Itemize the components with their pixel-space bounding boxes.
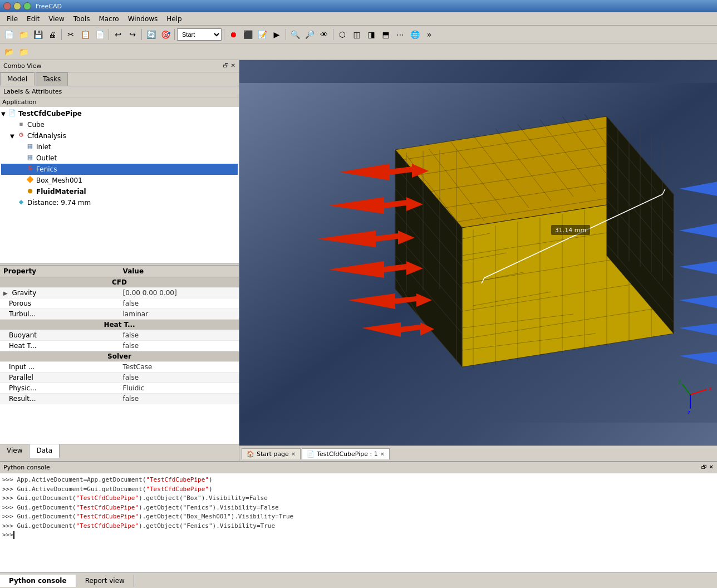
material-icon: ●	[26, 187, 35, 196]
labels-bar: Labels & Attributes	[0, 86, 239, 97]
record-button[interactable]: ⏺	[227, 28, 240, 41]
view-right-button[interactable]: ◨	[365, 28, 378, 41]
viewport-3d[interactable]: 31.14 mm x y z	[239, 60, 717, 445]
cfd-tab-close[interactable]: ✕	[380, 451, 385, 457]
tree-item-cube[interactable]: ▪ Cube	[1, 119, 238, 130]
prop-group-label-solver: Solver	[0, 351, 239, 362]
prop-val-heat[interactable]: false	[120, 341, 239, 351]
menu-file[interactable]: File	[2, 14, 22, 24]
restore-icon[interactable]: 🗗	[223, 62, 229, 70]
string-2: "TestCfdCubePipe"	[146, 486, 209, 493]
prop-val-gravity[interactable]: [0.00 0.00 0.00]	[120, 288, 239, 298]
tree-label-mesh: Box_Mesh001	[36, 177, 82, 184]
menu-help[interactable]: Help	[162, 14, 186, 24]
paste-button[interactable]: 📄	[93, 28, 106, 41]
target-button[interactable]: 🎯	[159, 28, 172, 41]
open-button[interactable]: 📁	[17, 28, 30, 41]
model-tab[interactable]: Model	[0, 72, 35, 86]
prop-val-physics[interactable]: Fluidic	[120, 383, 239, 394]
prop-val-parallel[interactable]: false	[120, 373, 239, 383]
tree-item-cfdanalysis[interactable]: ▼ ⚙ CfdAnalysis	[1, 130, 238, 141]
folder-open-button[interactable]: 📂	[2, 45, 16, 58]
zoom-in-button[interactable]: 🔎	[303, 28, 316, 41]
tree-item-material[interactable]: ● FluidMaterial	[1, 186, 238, 197]
menu-windows[interactable]: Windows	[124, 14, 163, 24]
copy-button[interactable]: 📋	[78, 28, 92, 41]
print-button[interactable]: 🖨	[46, 28, 59, 41]
undo-button[interactable]: ↩	[111, 28, 125, 41]
bottom-tab-report[interactable]: Report view	[76, 575, 134, 587]
refresh-button[interactable]: 🔄	[144, 28, 158, 41]
menu-view[interactable]: View	[44, 14, 68, 24]
start-tab-label: Start page	[257, 450, 289, 458]
macro-edit-button[interactable]: 📝	[256, 28, 269, 41]
prompt-3: >>>	[2, 494, 17, 502]
minimize-button[interactable]	[13, 2, 21, 10]
tree-item-inlet[interactable]: ▦ Inlet	[1, 141, 238, 153]
right-section: 31.14 mm x y z 🏠 Start page	[239, 60, 717, 461]
tree-item-outlet[interactable]: ▦ Outlet	[1, 153, 238, 164]
view-options-button[interactable]: 👁	[317, 28, 331, 41]
prop-val-turbulence[interactable]: laminar	[120, 309, 239, 320]
tree-item-distance[interactable]: ◆ Distance: 9.74 mm	[1, 197, 238, 208]
redo-button[interactable]: ↪	[126, 28, 139, 41]
view-front-button[interactable]: ◫	[350, 28, 364, 41]
svg-text:x: x	[709, 385, 712, 391]
view-home-button[interactable]: ⬡	[336, 28, 349, 41]
console-body[interactable]: >>> App.ActiveDocument=App.getDocument("…	[0, 473, 717, 572]
menu-edit[interactable]: Edit	[22, 14, 44, 24]
tree-item-root[interactable]: ▼ 📄 TestCfdCubePipe	[1, 108, 238, 119]
tree-item-mesh[interactable]: 🔶 Box_Mesh001	[1, 175, 238, 186]
close-button[interactable]	[3, 2, 11, 10]
tree-label-outlet: Outlet	[36, 154, 57, 162]
toolbar-separator5	[224, 29, 224, 40]
console-cursor[interactable]	[13, 531, 18, 539]
console-line-6: >>> Gui.getDocument("TestCfdCubePipe").g…	[2, 522, 715, 531]
view-tab[interactable]: View	[0, 444, 30, 458]
bottom-tab-console[interactable]: Python console	[0, 575, 76, 587]
console-restore-icon[interactable]: 🗗	[701, 464, 707, 471]
prop-name-result: Result...	[0, 394, 120, 404]
zoom-fit-button[interactable]: 🔍	[288, 28, 302, 41]
viewport-tabs: 🏠 Start page ✕ 📄 TestCfdCubePipe : 1 ✕	[239, 445, 717, 461]
cfdcubepipe-tab[interactable]: 📄 TestCfdCubePipe : 1 ✕	[302, 448, 390, 459]
string-4: "TestCfdCubePipe"	[76, 504, 139, 511]
workbench-dropdown[interactable]: Start Part FEM CfdOF	[177, 28, 222, 41]
menu-macro[interactable]: Macro	[94, 14, 123, 24]
cut-button[interactable]: ✂️	[64, 28, 77, 41]
prop-val-porous[interactable]: false	[120, 298, 239, 309]
prop-row-parallel: Parallel false	[0, 373, 239, 383]
run-button[interactable]: ▶	[270, 28, 283, 41]
prop-val-input[interactable]: TestCase	[120, 362, 239, 373]
prop-val-result[interactable]: false	[120, 394, 239, 404]
menu-tools[interactable]: Tools	[69, 14, 95, 24]
stop-button[interactable]: ⬛	[241, 28, 254, 41]
view-top-button[interactable]: ⬒	[379, 28, 392, 41]
tree-item-fenics[interactable]: S Fenics	[1, 164, 238, 175]
close-panel-icon[interactable]: ✕	[231, 62, 235, 70]
tree-view[interactable]: ▼ 📄 TestCfdCubePipe ▪ Cube ▼ ⚙ CfdAnalys…	[0, 107, 239, 263]
tasks-tab[interactable]: Tasks	[36, 72, 68, 86]
outlet-icon: ▦	[26, 154, 35, 163]
globe-button[interactable]: 🌐	[408, 28, 421, 41]
prompt-1: >>>	[2, 476, 17, 483]
console-line-4: >>> Gui.getDocument("TestCfdCubePipe").g…	[2, 503, 715, 513]
start-tab-close[interactable]: ✕	[291, 451, 296, 457]
toolbar-separator2	[109, 29, 109, 40]
code-2a: Gui.ActiveDocument=Gui.getDocument(	[17, 486, 146, 493]
save-button[interactable]: 💾	[31, 28, 45, 41]
view-more-button[interactable]: ⋯	[394, 28, 407, 41]
maximize-button[interactable]	[23, 2, 31, 10]
string-6: "TestCfdCubePipe"	[76, 522, 139, 530]
prop-val-buoyant[interactable]: false	[120, 330, 239, 341]
prop-group-solver: Solver	[0, 351, 239, 362]
prop-group-label-cfd: CFD	[0, 277, 239, 288]
folder-new-button[interactable]: 📁	[17, 45, 30, 58]
start-page-tab[interactable]: 🏠 Start page ✕	[242, 448, 301, 459]
prompt-2: >>>	[2, 486, 17, 493]
data-tab[interactable]: Data	[30, 444, 60, 458]
console-close-icon[interactable]: ✕	[709, 464, 714, 471]
gravity-expand-icon[interactable]: ▶	[3, 290, 8, 296]
more-button[interactable]: »	[423, 28, 436, 41]
new-button[interactable]: 📄	[2, 28, 16, 41]
